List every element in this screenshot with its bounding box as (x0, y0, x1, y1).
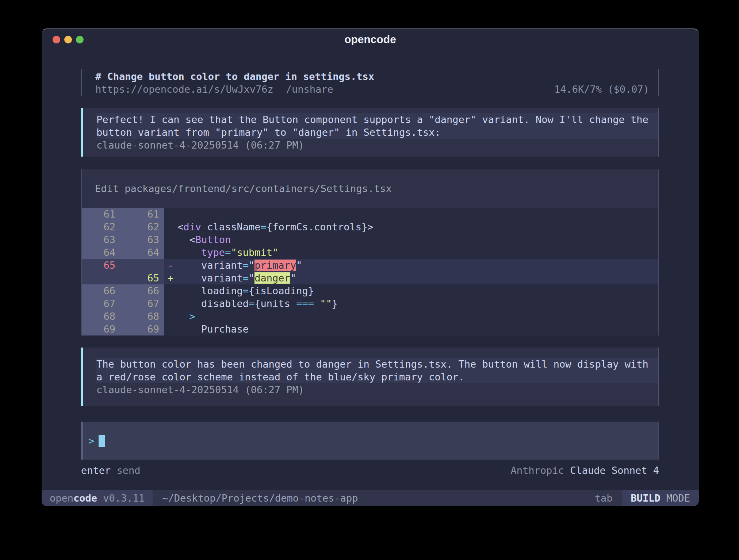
old-line-number: 64 (82, 246, 120, 259)
diff-row: 6767 disabled={units === ""} (82, 297, 658, 310)
code-token: === (296, 298, 314, 309)
diff-gutter: 6666 (82, 284, 164, 297)
title-bar: opencode (42, 29, 699, 50)
new-line-number: 63 (120, 233, 164, 246)
code-token: {isLoading} (249, 285, 314, 296)
app-name-open: open (50, 492, 73, 504)
code-token: type (201, 247, 225, 258)
diff-row: 6363 <Button (82, 233, 658, 246)
context-usage-stats: 14.6K/7% ($0.07) (554, 83, 649, 96)
diff-row: 6666 loading={isLoading} (82, 284, 658, 297)
new-line-number: 61 (120, 208, 164, 220)
app-name-code: code (73, 492, 97, 504)
code-token: = (249, 298, 254, 309)
code-token (314, 298, 320, 309)
diff-marker (164, 323, 177, 335)
diff-marker (164, 233, 177, 246)
assistant-message-meta: claude-sonnet-4-20250514 (06:27 PM) (96, 383, 658, 396)
mode-segment[interactable]: BUILD MODE (622, 490, 699, 506)
diff-row: 6868 > (82, 310, 658, 323)
unshare-command[interactable]: /unshare (286, 83, 333, 96)
code-token: " (249, 260, 254, 271)
old-line-number: 69 (82, 323, 120, 335)
provider-label: Anthropic (511, 465, 564, 476)
mode-build-label: BUILD (631, 492, 660, 504)
code-token: loading (177, 285, 243, 296)
app-version-segment: opencode v0.3.11 (42, 490, 153, 506)
diff-gutter: 6161 (82, 208, 164, 220)
assistant-message-meta: claude-sonnet-4-20250514 (06:27 PM) (96, 139, 658, 151)
diff-gutter: 65 (82, 259, 164, 272)
old-line-number: 66 (82, 284, 120, 297)
old-line-number: 65 (82, 259, 120, 272)
old-line-number: 68 (82, 310, 120, 323)
diff-code-line: <Button (177, 233, 658, 246)
code-token: "" (320, 298, 332, 309)
working-directory: ~/Desktop/Projects/demo-notes-app (162, 492, 358, 504)
code-token: < (177, 221, 183, 233)
app-version: v0.3.11 (103, 492, 145, 504)
diff-gutter: 6262 (82, 220, 164, 233)
diff-marker: + (164, 272, 177, 284)
diff-code-line: variant="danger" (177, 272, 658, 284)
code-token: " (249, 272, 254, 284)
diff-gutter: 6767 (82, 297, 164, 310)
mode-mode-label: MODE (666, 492, 690, 504)
assistant-message-text: Perfect! I can see that the Button compo… (96, 113, 658, 139)
old-line-number: 62 (82, 220, 120, 233)
diff-gutter: 6363 (82, 233, 164, 246)
code-token: = (225, 247, 231, 258)
code-token: > (189, 311, 195, 322)
code-token: = (243, 260, 249, 271)
code-token: " (296, 260, 302, 271)
diff-row: 6464 type="submit" (82, 246, 658, 259)
send-label: send (117, 465, 141, 476)
diff-gutter: 6464 (82, 246, 164, 259)
session-header: # Change button color to danger in setti… (81, 69, 659, 96)
new-line-number: 62 (120, 220, 164, 233)
new-line-number: 69 (120, 323, 164, 335)
code-token: = (261, 221, 267, 233)
diff-marker (164, 297, 177, 310)
code-token (177, 311, 189, 322)
prompt-input[interactable]: > (81, 422, 659, 460)
diff-row: 6969 Purchase (82, 323, 658, 335)
main-content: # Change button color to danger in setti… (42, 69, 699, 477)
code-token: "submit" (231, 247, 278, 258)
code-token: } (332, 298, 338, 309)
diff-code-line: Purchase (177, 323, 658, 335)
diff-marker (164, 208, 177, 220)
share-url-link[interactable]: https://opencode.ai/s/UwJxv76z (95, 83, 273, 96)
old-line-number: 61 (82, 208, 120, 220)
diff-gutter: 6969 (82, 323, 164, 335)
assistant-message: Perfect! I can see that the Button compo… (81, 108, 659, 157)
new-line-number: 65 (120, 272, 164, 284)
model-name-label: Claude Sonnet 4 (570, 465, 659, 476)
code-token: variant (177, 272, 243, 284)
diff-code-line: loading={isLoading} (177, 284, 658, 297)
diff-code-line: <div className={formCs.controls}> (177, 220, 658, 233)
diff-marker (164, 220, 177, 233)
diff-marker (164, 246, 177, 259)
code-token: variant (177, 260, 243, 271)
assistant-message: The button color has been changed to dan… (81, 348, 659, 406)
diff-row: 6161 (82, 208, 658, 220)
new-line-number: 66 (120, 284, 164, 297)
app-window: opencode # Change button color to danger… (42, 28, 699, 506)
edit-tool-card: Edit packages/frontend/src/containers/Se… (81, 169, 659, 335)
enter-key-hint: enter (81, 465, 111, 476)
diff-gutter: 6868 (82, 310, 164, 323)
session-title: # Change button color to danger in setti… (95, 70, 649, 83)
code-token: primary (254, 260, 296, 271)
code-token: " (290, 272, 296, 284)
diff-row: 6262<div className={formCs.controls}> (82, 220, 658, 233)
code-token (177, 247, 201, 258)
model-indicator: Anthropic Claude Sonnet 4 (511, 464, 659, 477)
prompt-caret: > (83, 434, 94, 447)
diff-code-line: variant="primary" (177, 259, 658, 272)
diff-marker: - (164, 259, 177, 272)
code-token: Button (195, 234, 231, 245)
code-token: className (201, 221, 261, 233)
code-token: div (183, 221, 201, 233)
diff-gutter: 65 (82, 272, 164, 284)
